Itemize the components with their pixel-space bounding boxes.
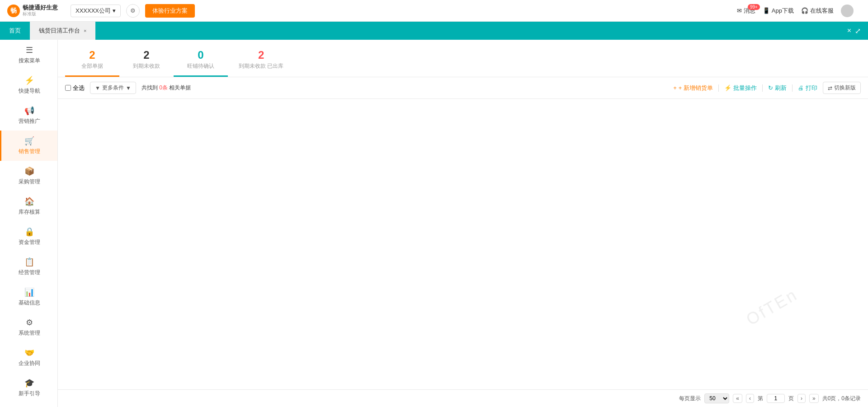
stat-label-overdue: 到期未收款	[133, 62, 160, 70]
sidebar-item-operation[interactable]: 📋 经营管理	[0, 252, 57, 282]
marketing-icon: 📢	[24, 106, 34, 116]
sidebar-item-quick-nav[interactable]: ⚡ 快捷导航	[0, 70, 57, 100]
total-info: 共0页，0条记录	[822, 395, 861, 402]
found-text: 共找到 0条 相关单据	[142, 84, 191, 92]
refresh-button[interactable]: ↻ 刷新	[768, 84, 787, 92]
page-input[interactable]	[767, 394, 785, 403]
window-close-icon[interactable]: ×	[847, 27, 851, 35]
found-suffix: 相关单据	[169, 84, 191, 91]
sidebar-item-cooperation[interactable]: 🤝 企业协同	[0, 342, 57, 373]
checkbox-input[interactable]	[65, 85, 71, 91]
online-service-label: 在线客服	[810, 7, 834, 15]
inventory-icon: 🏠	[24, 196, 34, 206]
home-tab[interactable]: 首页	[0, 22, 30, 40]
select-all-checkbox[interactable]: 全选	[65, 84, 85, 92]
logo-title: 畅捷通好生意	[23, 4, 58, 11]
stat-num-pending: 0	[198, 49, 203, 61]
stat-label-pending: 旺铺待确认	[187, 62, 214, 70]
sidebar-item-basic-info-label: 基础信息	[19, 299, 40, 307]
batch-label: 批量操作	[733, 84, 757, 92]
logo-icon: 畅	[7, 5, 20, 17]
message-button[interactable]: ✉ 消息 99+	[737, 7, 755, 15]
company-dropdown-icon: ▾	[113, 7, 116, 14]
experience-button[interactable]: 体验行业方案	[145, 4, 195, 18]
purchase-icon: 📦	[24, 166, 34, 176]
sidebar-item-basic-info[interactable]: 📊 基础信息	[0, 282, 57, 312]
footer: 每页显示 50 100 200 « ‹ 第 页 › » 共0页，0条记录	[58, 389, 868, 407]
message-badge: 99+	[748, 4, 760, 10]
stat-num-overdue-out: 2	[258, 49, 264, 61]
company-name: XXXXXX公司	[75, 7, 111, 15]
switch-label: 切换新版	[834, 84, 856, 92]
topbar-right: ✉ 消息 99+ 📱 App下载 🎧 在线客服	[737, 5, 861, 17]
quick-nav-icon: ⚡	[24, 75, 34, 85]
tab-close-icon[interactable]: ×	[84, 28, 86, 33]
settings-button[interactable]: ⚙	[126, 4, 140, 18]
filter-icon: ▼	[95, 85, 100, 91]
found-count: 0条	[159, 84, 168, 91]
add-label: + 新增销货单	[679, 84, 713, 92]
sidebar-item-sales[interactable]: 🛒 销售管理	[0, 131, 57, 161]
per-page-label: 每页显示	[679, 395, 701, 402]
filter-button[interactable]: ▼ 更多条件 ▼	[90, 82, 136, 94]
stat-tab-all[interactable]: 2 全部单据	[65, 45, 119, 77]
sidebar-item-marketing[interactable]: 📢 营销推广	[0, 100, 57, 131]
print-button[interactable]: 🖨 打印	[798, 84, 817, 92]
logo-sub: 标准版	[23, 11, 58, 17]
toolbar: 全选 ▼ 更多条件 ▼ 共找到 0条 相关单据 + + 新增销货单 ⚡	[58, 77, 868, 99]
nav-tab-actions: × ⤢	[847, 27, 868, 35]
filter-label: 更多条件	[102, 84, 124, 92]
workbench-tab-label: 钱货日清工作台	[39, 27, 80, 35]
add-button[interactable]: + + 新增销货单	[673, 84, 713, 92]
system-icon: ⚙	[26, 318, 33, 327]
sidebar-item-guide[interactable]: 🎓 新手引导	[0, 373, 57, 403]
stat-num-all: 2	[89, 49, 95, 61]
sidebar-item-search-menu[interactable]: ☰ 搜索菜单	[0, 40, 57, 70]
nav-tabs: 首页 钱货日清工作台 × × ⤢	[0, 22, 868, 40]
sidebar-item-operation-label: 经营管理	[19, 269, 40, 276]
logo-area: 畅 畅捷通好生意 标准版	[7, 4, 65, 18]
workbench-tab[interactable]: 钱货日清工作台 ×	[30, 22, 95, 40]
avatar[interactable]	[841, 5, 854, 17]
per-page-select[interactable]: 50 100 200	[704, 393, 729, 403]
stat-label-overdue-out: 到期未收款 已出库	[239, 62, 283, 70]
app-download-button[interactable]: 📱 App下载	[763, 7, 794, 15]
home-tab-label: 首页	[9, 27, 21, 35]
print-label: 打印	[806, 84, 817, 92]
add-icon: +	[673, 84, 677, 91]
stat-tab-pending[interactable]: 0 旺铺待确认	[174, 45, 228, 77]
last-page-button[interactable]: »	[809, 394, 819, 403]
batch-button[interactable]: ⚡ 批量操作	[724, 84, 757, 92]
cooperation-icon: 🤝	[24, 348, 34, 358]
sidebar-item-system[interactable]: ⚙ 系统管理	[0, 312, 57, 342]
switch-button[interactable]: ⇄ 切换新版	[823, 82, 861, 94]
stat-tab-overdue-out[interactable]: 2 到期未收款 已出库	[228, 45, 294, 77]
sidebar-item-system-label: 系统管理	[19, 329, 40, 337]
prev-page-button[interactable]: ‹	[746, 394, 754, 403]
next-page-button[interactable]: ›	[797, 394, 806, 403]
sidebar-item-search-menu-label: 搜索菜单	[19, 57, 40, 65]
operation-icon: 📋	[24, 257, 34, 267]
sidebar: ☰ 搜索菜单 ⚡ 快捷导航 📢 营销推广 🛒 销售管理 📦 采购管理 🏠 库存核…	[0, 40, 58, 407]
sidebar-item-purchase[interactable]: 📦 采购管理	[0, 161, 57, 191]
sidebar-item-finance[interactable]: 🔒 资金管理	[0, 221, 57, 252]
company-selector[interactable]: XXXXXX公司 ▾	[71, 5, 121, 17]
divider-2	[762, 84, 763, 92]
online-service-button[interactable]: 🎧 在线客服	[801, 7, 834, 15]
sidebar-item-finance-label: 资金管理	[19, 239, 40, 246]
basic-info-icon: 📊	[24, 287, 34, 297]
topbar-left: 畅 畅捷通好生意 标准版 XXXXXX公司 ▾ ⚙ 体验行业方案	[7, 4, 195, 18]
select-all-label: 全选	[73, 84, 85, 92]
page-label-prefix: 第	[758, 395, 763, 402]
stat-tab-overdue[interactable]: 2 到期未收款	[119, 45, 174, 77]
found-prefix: 共找到	[142, 84, 158, 91]
window-restore-icon[interactable]: ⤢	[855, 27, 861, 35]
filter-chevron-icon: ▼	[126, 85, 131, 91]
sidebar-item-inventory[interactable]: 🏠 库存核算	[0, 191, 57, 221]
first-page-button[interactable]: «	[733, 394, 742, 403]
toolbar-right: + + 新增销货单 ⚡ 批量操作 ↻ 刷新 🖨 打印	[673, 82, 861, 94]
gear-icon: ⚙	[130, 7, 136, 14]
divider-3	[792, 84, 793, 92]
sidebar-item-purchase-label: 采购管理	[19, 178, 40, 186]
sidebar-item-app-center[interactable]: 📲 应用中心	[0, 403, 57, 407]
